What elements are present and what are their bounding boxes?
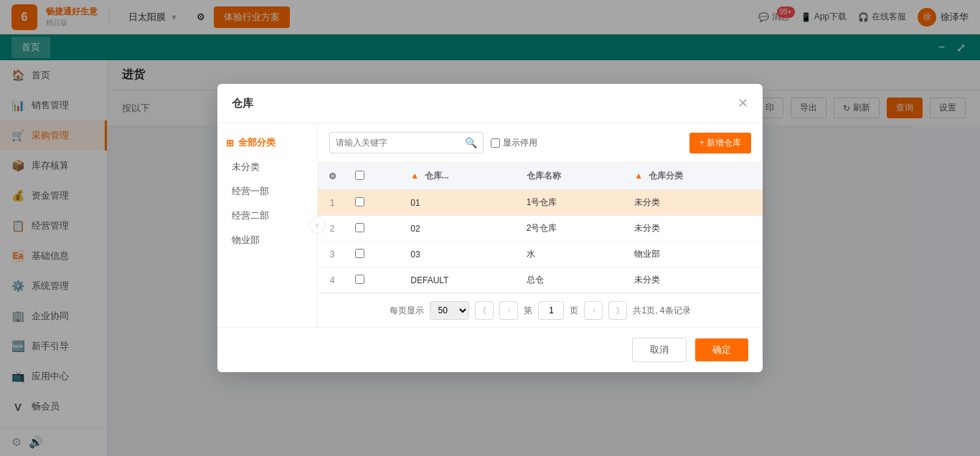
category-sidebar: ⊞ 全部分类 未分类 经营一部 经营二部 物业部 ‹	[217, 123, 318, 327]
warehouse-table: ⚙ ▲ 仓库... 仓库名称	[318, 163, 763, 293]
row-category: 物业部	[626, 242, 763, 267]
confirm-btn[interactable]: 确定	[695, 338, 748, 361]
page-total-info: 共1页, 4条记录	[633, 305, 690, 317]
row-checkbox[interactable]	[347, 216, 402, 242]
row-name: 水	[518, 242, 626, 267]
row-checkbox[interactable]	[347, 190, 402, 216]
all-categories[interactable]: ⊞ 全部分类	[217, 130, 317, 155]
warehouse-modal: 仓库 ✕ ⊞ 全部分类 未分类 经营一部 经营二部	[217, 84, 763, 372]
row-category: 未分类	[626, 216, 763, 242]
modal-body: ⊞ 全部分类 未分类 经营一部 经营二部 物业部 ‹	[217, 123, 763, 327]
th-code[interactable]: ▲ 仓库...	[402, 163, 517, 190]
modal-main-panel: 🔍 显示停用 + 新增仓库 ⚙	[318, 123, 763, 327]
modal-overlay[interactable]: 仓库 ✕ ⊞ 全部分类 未分类 经营一部 经营二部	[0, 0, 980, 456]
table-body: 1 01 1号仓库 未分类 2 02 2号仓库	[318, 190, 763, 293]
table-header: ⚙ ▲ 仓库... 仓库名称	[318, 163, 763, 190]
modal-action-footer: 取消 确定	[217, 327, 763, 372]
table-row[interactable]: 4 DEFAULT 总仓 未分类	[318, 267, 763, 293]
sort-icon: ▲	[410, 171, 419, 181]
row-code: 03	[402, 242, 517, 267]
page-number-input[interactable]	[538, 301, 564, 320]
row-category: 未分类	[626, 267, 763, 293]
search-icon: 🔍	[465, 137, 477, 148]
modal-toolbar: 🔍 显示停用 + 新增仓库	[318, 123, 763, 163]
modal-header: 仓库 ✕	[217, 84, 763, 123]
select-all-checkbox[interactable]	[355, 171, 364, 180]
page-last-btn[interactable]: ⟫	[608, 301, 627, 320]
table-row[interactable]: 1 01 1号仓库 未分类	[318, 190, 763, 216]
warehouse-table-wrap: ⚙ ▲ 仓库... 仓库名称	[318, 163, 763, 293]
row-num: 4	[318, 267, 347, 293]
th-checkbox	[347, 163, 402, 190]
row-checkbox[interactable]	[347, 242, 402, 267]
table-pagination: 每页显示 50 20 100 ⟪ ‹ 第 页 › ⟫ 共1页, 4条记录	[318, 293, 763, 327]
row-name: 总仓	[518, 267, 626, 293]
modal-close-btn[interactable]: ✕	[738, 95, 748, 111]
row-checkbox[interactable]	[347, 267, 402, 293]
th-category[interactable]: ▲ 仓库分类	[626, 163, 763, 190]
page-size-select[interactable]: 50 20 100	[430, 301, 469, 320]
row-category: 未分类	[626, 190, 763, 216]
row-code: 02	[402, 216, 517, 242]
search-box: 🔍	[329, 132, 484, 153]
row-code: DEFAULT	[402, 267, 517, 293]
th-name[interactable]: 仓库名称	[518, 163, 626, 190]
cat-item-ops1[interactable]: 经营一部	[217, 179, 317, 204]
row-code: 01	[402, 190, 517, 216]
page-next-btn[interactable]: ›	[584, 301, 603, 320]
show-disabled-label[interactable]: 显示停用	[491, 137, 537, 149]
modal-title: 仓库	[232, 97, 253, 110]
grid-icon: ⊞	[226, 138, 234, 148]
show-disabled-checkbox[interactable]	[491, 138, 500, 148]
sort-icon-cat: ▲	[634, 171, 643, 181]
add-warehouse-btn[interactable]: + 新增仓库	[689, 133, 751, 153]
cat-item-ops2[interactable]: 经营二部	[217, 204, 317, 228]
row-num: 3	[318, 242, 347, 267]
th-gear: ⚙	[318, 163, 347, 190]
page-prev-btn[interactable]: ‹	[499, 301, 518, 320]
table-row[interactable]: 3 03 水 物业部	[318, 242, 763, 267]
row-name: 2号仓库	[518, 216, 626, 242]
cancel-btn[interactable]: 取消	[632, 338, 687, 362]
row-name: 1号仓库	[518, 190, 626, 216]
table-row[interactable]: 2 02 2号仓库 未分类	[318, 216, 763, 242]
gear-icon: ⚙	[329, 171, 336, 181]
search-icon-btn[interactable]: 🔍	[459, 137, 483, 148]
search-input[interactable]	[330, 138, 459, 148]
cat-item-property[interactable]: 物业部	[217, 228, 317, 252]
cat-collapse-btn[interactable]: ‹	[308, 217, 326, 234]
page-first-btn[interactable]: ⟪	[475, 301, 494, 320]
cat-item-unclassified[interactable]: 未分类	[217, 155, 317, 179]
row-num: 1	[318, 190, 347, 216]
